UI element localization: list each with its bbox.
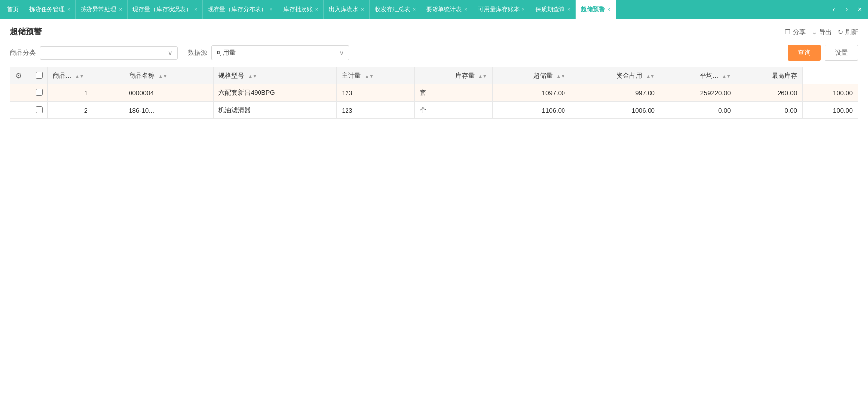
nav-tab-overstock[interactable]: 超储预警 × xyxy=(576,0,615,19)
filter-row: 商品分类 ∨ 数据源 可用量 ∨ 查询 设置 xyxy=(10,45,858,61)
share-icon: ❐ xyxy=(785,28,791,36)
page-title: 超储预警 xyxy=(10,27,42,37)
nav-tab-order-stats[interactable]: 要货单统计表 × xyxy=(421,0,473,19)
row-maxstock: 100.00 xyxy=(802,102,858,119)
query-button[interactable]: 查询 xyxy=(788,45,821,61)
row-settings-cell xyxy=(10,84,30,102)
sort-icon: ▲▼ xyxy=(722,74,731,79)
sort-icon: ▲▼ xyxy=(75,74,84,79)
row-settings-cell xyxy=(10,102,30,119)
row-name: 机油滤清器 xyxy=(214,102,337,119)
category-label: 商品分类 xyxy=(10,48,36,57)
row-number: 1 xyxy=(48,84,124,102)
sort-icon: ▲▼ xyxy=(556,74,565,79)
row-maxstock: 100.00 xyxy=(802,84,858,102)
row-avg: 260.00 xyxy=(736,84,803,102)
table-row: 2 186-10... 机油滤清器 123 个 1106.00 1006.00 … xyxy=(10,102,858,119)
col-settings[interactable]: ⚙ xyxy=(10,67,30,84)
nav-arrow-close[interactable]: × xyxy=(853,0,866,19)
close-icon[interactable]: × xyxy=(361,6,364,12)
row-stock: 1097.00 xyxy=(492,84,570,102)
datasource-filter: 数据源 可用量 ∨ xyxy=(188,45,349,60)
close-icon[interactable]: × xyxy=(607,6,610,12)
row-spec: 123 xyxy=(337,84,415,102)
top-nav: 首页 拣货任务管理 × 拣货异常处理 × 现存量（库存状况表） × 现存量（库存… xyxy=(0,0,868,19)
export-button[interactable]: ⇓ 导出 xyxy=(812,28,832,37)
category-filter: 商品分类 ∨ xyxy=(10,46,178,60)
nav-tab-inout[interactable]: 出入库流水 × xyxy=(324,0,369,19)
table-header-row: ⚙ 商品... ▲▼ 商品名称 ▲▼ 规格型号 ▲▼ 主计 xyxy=(10,67,858,84)
nav-tab-expiry[interactable]: 保质期查询 × xyxy=(530,0,576,19)
nav-arrow-left[interactable]: ‹ xyxy=(827,0,840,19)
sort-icon: ▲▼ xyxy=(365,74,374,79)
nav-tab-stock-status[interactable]: 现存量（库存状况表） × xyxy=(128,0,203,19)
col-stock[interactable]: 库存量 ▲▼ xyxy=(414,67,492,84)
row-overstock: 997.00 xyxy=(570,84,660,102)
row-avg: 0.00 xyxy=(736,102,803,119)
close-icon[interactable]: × xyxy=(67,6,70,12)
row-capital: 0.00 xyxy=(660,102,736,119)
close-icon[interactable]: × xyxy=(315,6,318,12)
sort-icon: ▲▼ xyxy=(646,74,655,79)
row-checkbox[interactable] xyxy=(36,89,43,96)
row-overstock: 1006.00 xyxy=(570,102,660,119)
category-select[interactable]: ∨ xyxy=(40,46,178,60)
row-checkbox-cell[interactable] xyxy=(30,102,48,119)
export-icon: ⇓ xyxy=(812,28,817,36)
nav-tab-summary[interactable]: 收发存汇总表 × xyxy=(370,0,421,19)
nav-arrow-right[interactable]: › xyxy=(840,0,853,19)
row-spec: 123 xyxy=(337,102,415,119)
close-icon[interactable]: × xyxy=(194,6,197,12)
select-all-checkbox[interactable] xyxy=(36,72,43,79)
close-icon[interactable]: × xyxy=(464,6,467,12)
nav-tab-home[interactable]: 首页 xyxy=(2,0,24,19)
row-stock: 1106.00 xyxy=(492,102,570,119)
col-name[interactable]: 商品名称 ▲▼ xyxy=(124,67,214,84)
data-table: ⚙ 商品... ▲▼ 商品名称 ▲▼ 规格型号 ▲▼ 主计 xyxy=(10,67,858,119)
col-unit[interactable]: 主计量 ▲▼ xyxy=(337,67,415,84)
col-code[interactable]: 商品... ▲▼ xyxy=(48,67,124,84)
share-button[interactable]: ❐ 分享 xyxy=(785,28,806,37)
refresh-icon: ↻ xyxy=(838,28,843,36)
nav-tab-pick-abnormal[interactable]: 拣货异常处理 × xyxy=(76,0,127,19)
nav-arrows: ‹ › × xyxy=(827,0,866,19)
main-content: 超储预警 ❐ 分享 ⇓ 导出 ↻ 刷新 商品分类 ∨ 数据源 xyxy=(0,19,868,395)
sort-icon: ▲▼ xyxy=(478,74,487,79)
col-maxstock[interactable]: 最高库存 xyxy=(736,67,803,84)
row-checkbox[interactable] xyxy=(36,106,43,113)
row-code: 0000004 xyxy=(124,84,214,102)
row-name: 六配套新昌490BPG xyxy=(214,84,337,102)
datasource-select-value: 可用量 xyxy=(217,48,236,57)
col-spec[interactable]: 规格型号 ▲▼ xyxy=(214,67,337,84)
table-row: 1 0000004 六配套新昌490BPG 123 套 1097.00 997.… xyxy=(10,84,858,102)
page-header: 超储预警 ❐ 分享 ⇓ 导出 ↻ 刷新 xyxy=(10,27,858,37)
close-icon[interactable]: × xyxy=(522,6,525,12)
sort-icon: ▲▼ xyxy=(158,74,167,79)
row-unit: 套 xyxy=(414,84,492,102)
settings-button[interactable]: 设置 xyxy=(825,45,858,61)
col-checkbox[interactable] xyxy=(30,67,48,84)
nav-tab-available[interactable]: 可用量库存账本 × xyxy=(473,0,530,19)
datasource-label: 数据源 xyxy=(188,48,207,57)
close-icon[interactable]: × xyxy=(567,6,570,12)
datasource-select[interactable]: 可用量 ∨ xyxy=(211,45,349,60)
filter-actions: 查询 设置 xyxy=(788,45,858,61)
sort-icon: ▲▼ xyxy=(248,74,257,79)
header-actions: ❐ 分享 ⇓ 导出 ↻ 刷新 xyxy=(785,28,858,37)
close-icon[interactable]: × xyxy=(413,6,416,12)
close-icon[interactable]: × xyxy=(269,6,272,12)
col-avg[interactable]: 平均... ▲▼ xyxy=(660,67,736,84)
row-capital: 259220.00 xyxy=(660,84,736,102)
refresh-button[interactable]: ↻ 刷新 xyxy=(838,28,858,37)
chevron-down-icon: ∨ xyxy=(339,49,344,57)
row-checkbox-cell[interactable] xyxy=(30,84,48,102)
nav-tab-stock-dist[interactable]: 现存量（库存分布表） × xyxy=(203,0,278,19)
nav-tab-pick-task[interactable]: 拣货任务管理 × xyxy=(24,0,76,19)
gear-icon[interactable]: ⚙ xyxy=(15,71,22,79)
col-overstock[interactable]: 超储量 ▲▼ xyxy=(492,67,570,84)
close-icon[interactable]: × xyxy=(119,6,122,12)
chevron-down-icon: ∨ xyxy=(168,49,173,57)
row-number: 2 xyxy=(48,102,124,119)
nav-tab-batch[interactable]: 库存批次账 × xyxy=(278,0,324,19)
col-capital[interactable]: 资金占用 ▲▼ xyxy=(570,67,660,84)
